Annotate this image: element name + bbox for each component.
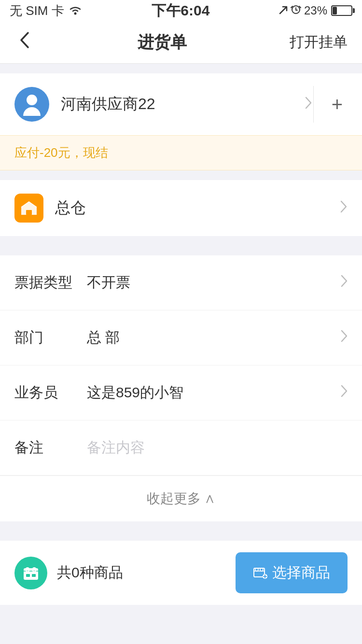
bottom-bar: 共0种商品 选择商品 [0,541,362,605]
salesperson-value: 这是859的小智 [87,383,341,403]
back-button[interactable] [14,26,35,58]
invoice-type-value: 不开票 [87,273,341,293]
invoice-type-label: 票据类型 [14,273,87,293]
collapse-row[interactable]: 收起更多 ∧ [0,476,362,521]
open-pending-button[interactable]: 打开挂单 [290,32,348,52]
warehouse-chevron-icon [340,200,348,217]
wifi-icon [68,3,83,18]
department-row[interactable]: 部门 总 部 [0,310,362,365]
page-title: 进货单 [138,31,187,54]
remark-input[interactable]: 备注内容 [87,438,348,458]
alert-banner: 应付-20元，现结 [0,135,362,170]
product-icon-wrap [14,557,47,589]
svg-point-0 [74,12,76,14]
alert-text: 应付-20元，现结 [14,145,108,160]
warehouse-section: 总仓 [0,180,362,236]
department-value: 总 部 [87,328,341,348]
alarm-icon [291,4,301,17]
location-icon [279,4,288,17]
supplier-avatar [14,87,49,122]
svg-rect-2 [26,210,32,215]
nav-bar: 进货单 打开挂单 [0,21,362,64]
section-gap-3 [0,236,362,246]
invoice-type-chevron-icon [341,275,348,291]
warehouse-name: 总仓 [55,197,340,219]
add-supplier-button[interactable]: + [327,94,348,115]
battery-percent: 23% [304,4,327,17]
avatar-person-icon [22,95,42,114]
product-count: 共0种商品 [57,563,226,583]
status-left: 无 SIM 卡 [10,2,83,19]
remark-row[interactable]: 备注 备注内容 [0,420,362,476]
status-time: 下午6:04 [152,1,209,21]
section-gap-4 [0,521,362,531]
select-product-button[interactable]: 选择商品 [236,552,348,593]
salesperson-chevron-icon [341,385,348,401]
supplier-section: 河南供应商22 + 应付-20元，现结 [0,73,362,170]
supplier-chevron-icon [305,96,312,113]
department-chevron-icon [341,330,348,346]
section-gap-1 [0,64,362,73]
supplier-row[interactable]: 河南供应商22 + [0,73,362,135]
section-gap-2 [0,170,362,180]
warehouse-row[interactable]: 总仓 [0,180,362,236]
warehouse-icon [14,194,43,223]
svg-rect-7 [32,574,36,577]
invoice-type-row[interactable]: 票据类型 不开票 [0,255,362,310]
status-right: 23% [279,4,352,17]
salesperson-row[interactable]: 业务员 这是859的小智 [0,365,362,420]
collapse-text: 收起更多 ∧ [147,491,216,506]
select-product-label: 选择商品 [272,563,330,583]
department-label: 部门 [14,328,87,348]
form-section: 票据类型 不开票 部门 总 部 业务员 这是859的小智 [0,255,362,521]
status-bar: 无 SIM 卡 下午6:04 [0,0,362,21]
salesperson-label: 业务员 [14,383,87,403]
supplier-name: 河南供应商22 [61,94,305,115]
battery-icon [331,5,352,16]
svg-rect-6 [26,574,30,577]
remark-label: 备注 [14,438,87,458]
sim-label: 无 SIM 卡 [10,2,64,19]
supplier-divider [313,86,314,123]
